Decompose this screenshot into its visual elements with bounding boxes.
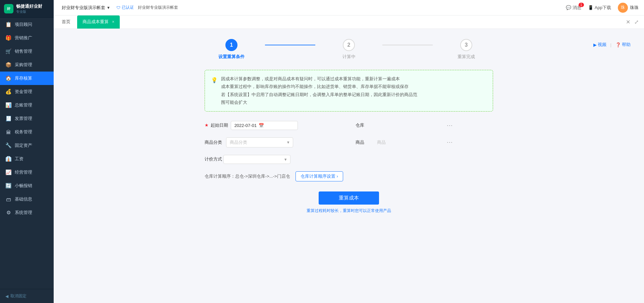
start-date-input[interactable]: 2022-07-01 📅 [231,121,298,130]
verified-text: 已认证 [122,5,134,10]
start-date-label: ★ 起始日期 [205,122,228,128]
step-2: 2 计算中 [315,39,382,60]
close-window-icon[interactable]: ✕ [626,19,630,25]
unpin-label: 取消固定 [10,293,26,299]
account-selector[interactable]: 好业财专业版演示帐套 ▾ [59,3,112,12]
tab-home[interactable]: 首页 [56,15,76,29]
sidebar-item-operations[interactable]: 📈 经营管理 [0,166,54,179]
warehouse-order-label: 仓库计算顺序：总仓->深圳仓库->...->门店仓 [205,173,290,179]
sidebar-nav: 📋 项目顾问 🎁 营销推广 🛒 销售管理 📦 采购管理 🏠 库存核算 💰 资金管… [0,18,54,289]
sidebar-item-basic[interactable]: 🗃 基础信息 [0,192,54,206]
app-logo: 好 [4,4,13,13]
steps-row: 1 设置重算条件 2 计算中 3 重算完成 [198,39,500,60]
sidebar-operations-icon: 📈 [5,169,11,175]
sidebar-item-system[interactable]: ⚙ 系统管理 [0,206,54,219]
step-2-label: 计算中 [342,54,356,60]
step-line-1 [265,45,315,45]
tab-cost-recalc[interactable]: 商品成本重算 × [77,15,120,29]
main-area: 好业财专业版演示帐套 ▾ 🛡 已认证 好业财专业版演示帐套 💬 消息 1 📱 A… [54,0,644,303]
account-display-name: 好业财专业版演示帐套 [138,5,178,10]
sidebar-item-assets[interactable]: 🔧 固定资产 [0,139,54,152]
start-date-value: 2022-07-01 [234,123,257,128]
goods-label: 商品 [356,139,374,145]
category-select[interactable]: 商品分类 ▾ [226,137,293,147]
recalc-button-label: 重算成本 [339,195,359,201]
tabbar: 首页 商品成本重算 × ✕ ⤢ [54,15,644,29]
category-label: 商品分类 [205,139,223,145]
sidebar-sales-icon: 🛒 [5,48,11,54]
sidebar-purchase-label: 采购管理 [15,62,32,68]
step-1: 1 设置重算条件 [198,39,265,60]
step-2-circle: 2 [343,39,355,51]
messages-button[interactable]: 💬 消息 1 [566,5,581,11]
warehouse-order-row: 仓库计算顺序：总仓->深圳仓库->...->门店仓 仓库计算顺序设置 › [205,171,493,181]
sidebar-expense-label: 小畅报销 [15,183,32,189]
tab-close-icon[interactable]: × [112,19,114,24]
topbar: 好业财专业版演示帐套 ▾ 🛡 已认证 好业财专业版演示帐套 💬 消息 1 📱 A… [54,0,644,15]
sidebar-project-label: 项目顾问 [15,21,32,28]
sidebar-item-marketing[interactable]: 🎁 营销推广 [0,31,54,45]
pricing-label: 计价方式 [205,156,223,162]
category-field: 商品分类 商品分类 ▾ [205,137,342,147]
sidebar-item-invoice[interactable]: 🧾 发票管理 [0,112,54,125]
sidebar-item-ledger[interactable]: 📊 总账管理 [0,98,54,112]
step-1-circle: 1 [225,39,237,51]
sidebar-marketing-icon: 🎁 [5,35,11,41]
step-line-2 [382,45,433,45]
help-links: ▶ 视频 | ❓ 帮助 [593,42,631,48]
sidebar-item-finance[interactable]: 💰 资金管理 [0,85,54,98]
home-tab-label: 首页 [62,19,70,25]
warehouse-more-icon[interactable]: ··· [447,122,453,129]
app-download-button[interactable]: 📱 App下载 [588,5,611,11]
help-doc-link[interactable]: ❓ 帮助 [615,42,631,48]
warehouse-order-settings-button[interactable]: 仓库计算顺序设置 › [296,171,343,181]
steps-container: 1 设置重算条件 2 计算中 3 重算完成 ▶ 视频 [67,39,631,60]
submit-hint: 重算过程耗时较长，重算时您可以正常使用产品 [205,208,493,214]
sidebar-inventory-label: 库存核算 [15,75,32,81]
goods-more-icon[interactable]: ··· [447,139,453,146]
sidebar-invoice-label: 发票管理 [15,116,32,122]
sidebar-item-purchase[interactable]: 📦 采购管理 [0,58,54,72]
pricing-select[interactable]: ▾ [223,155,290,164]
form-row-2: 商品分类 商品分类 ▾ 商品 商品 ··· [205,137,493,147]
topbar-right: 💬 消息 1 📱 App下载 珠 珠珠 [566,3,639,13]
user-profile[interactable]: 珠 珠珠 [618,3,639,13]
sidebar-item-sales[interactable]: 🛒 销售管理 [0,45,54,58]
sidebar-item-inventory[interactable]: 🏠 库存核算 [0,72,54,85]
sidebar-header: 好 畅捷通好业财 专业版 [0,0,54,18]
sidebar-tax-label: 税务管理 [15,129,32,135]
sidebar-expense-icon: 🔄 [5,183,11,189]
warehouse-label: 仓库 [356,122,374,128]
sidebar-marketing-label: 营销推广 [15,35,32,41]
warehouse-order-arrow-icon: › [337,174,338,179]
help-icon: ❓ [615,42,621,47]
sidebar-assets-icon: 🔧 [5,142,11,148]
expand-window-icon[interactable]: ⤢ [634,19,639,25]
sidebar-basic-label: 基础信息 [15,196,32,202]
goods-field: 商品 商品 ··· [356,139,493,146]
info-box: 💡 因成本计算参数调整，或是对商品成本有疑问时，可以通过成本重算功能，重新计算一… [205,70,493,112]
sidebar-ledger-label: 总账管理 [15,102,32,108]
recalc-button[interactable]: 重算成本 [319,191,379,205]
sidebar-finance-icon: 💰 [5,89,11,95]
sidebar-system-label: 系统管理 [15,210,32,216]
verified-badge: 🛡 已认证 [116,5,134,10]
sidebar-item-tax[interactable]: 🏛 税务管理 [0,125,54,139]
sidebar-system-icon: ⚙ [5,210,11,216]
sidebar-sales-label: 销售管理 [15,48,32,54]
sidebar-item-expense[interactable]: 🔄 小畅报销 [0,179,54,192]
form-row-1: ★ 起始日期 2022-07-01 📅 仓库 ··· [205,121,493,130]
warehouse-order-btn-label: 仓库计算顺序设置 [301,173,335,179]
pricing-chevron: ▾ [284,157,287,162]
pricing-row: 计价方式 ▾ [205,155,493,164]
video-help-link[interactable]: ▶ 视频 [593,42,606,48]
warehouse-field: 仓库 ··· [356,122,493,129]
sidebar-item-project[interactable]: 📋 项目顾问 [0,18,54,31]
sidebar-item-payroll[interactable]: 👔 工资 [0,152,54,166]
start-date-field: ★ 起始日期 2022-07-01 📅 [205,121,342,130]
calendar-icon[interactable]: 📅 [259,123,264,128]
sidebar-unpin[interactable]: ◀ 取消固定 [0,289,54,303]
submit-section: 重算成本 重算过程耗时较长，重算时您可以正常使用产品 [205,191,493,214]
info-line-4: 围可能会扩大 [221,98,417,106]
info-icon: 💡 [211,76,218,106]
